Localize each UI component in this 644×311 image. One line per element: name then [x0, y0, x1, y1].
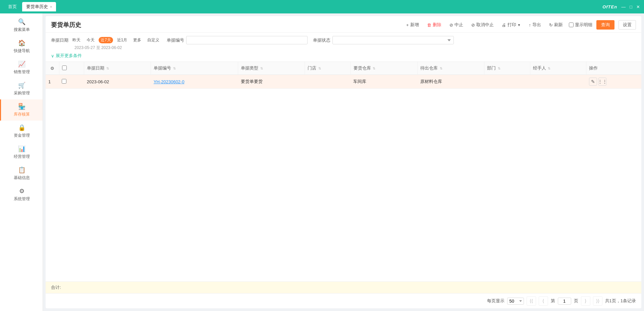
- date-range-display: 2023-05-27 至 2023-06-02: [74, 45, 636, 51]
- th-doc-type: 单据类型 ⇅: [238, 62, 305, 75]
- date-filter: 单据日期 昨天 今天 近7天 近1月 更多 自定义: [51, 37, 161, 43]
- query-label: 查询: [601, 22, 610, 28]
- sidebar-item-search-menu[interactable]: 🔍 搜索菜单: [0, 15, 43, 36]
- th-handler: 经手人 ⇅: [530, 62, 586, 75]
- first-page-btn[interactable]: ⟨⟨: [527, 296, 536, 306]
- td-doc-type: 要货单要货: [238, 75, 305, 89]
- sidebar: 🔍 搜索菜单 🏠 快捷导航 📈 销售管理 🛒 采购管理 🏪 库存核算 🔒 资金管…: [0, 13, 43, 311]
- sidebar-item-label: 系统管理: [14, 196, 30, 202]
- td-doc-date: 2023-06-02: [84, 75, 151, 89]
- docno-filter: 单据编号: [167, 36, 308, 44]
- docno-label: 单据编号: [167, 37, 184, 43]
- th-pending-warehouse: 待出仓库 ⇅: [418, 62, 484, 75]
- date-btn-1month[interactable]: 近1月: [115, 37, 129, 43]
- sales-icon: 📈: [18, 60, 25, 68]
- sidebar-item-label: 销售管理: [14, 69, 30, 75]
- stop-label: 中止: [454, 22, 463, 28]
- page-title: 要货单历史: [51, 21, 404, 29]
- date-btn-more[interactable]: 更多: [131, 37, 143, 43]
- sidebar-item-quick-nav[interactable]: 🏠 快捷导航: [0, 36, 43, 57]
- query-button[interactable]: 查询: [596, 20, 614, 30]
- table-footer: 合计:: [46, 281, 641, 293]
- doc-no-link[interactable]: YH-20230602-0: [154, 79, 184, 84]
- sidebar-item-sys-mgmt[interactable]: ⚙ 系统管理: [0, 184, 43, 205]
- delete-label: 删除: [433, 22, 441, 28]
- window-controls: OfTEn — □ ✕: [602, 4, 640, 9]
- expand-more-button[interactable]: ∨ 展开更多条件: [51, 53, 636, 59]
- refresh-button[interactable]: ↻ 刷新: [547, 20, 565, 29]
- maximize-btn[interactable]: □: [630, 4, 632, 9]
- sidebar-item-inventory[interactable]: 🏪 库存核算: [0, 99, 43, 121]
- td-store: [305, 75, 351, 89]
- sort-doc-date-icon[interactable]: ⇅: [106, 66, 109, 70]
- toolbar: + 新增 🗑 删除 ⊘ 中止 ⊘ 取消中止: [404, 20, 636, 30]
- tab-requisition-history[interactable]: 要货单历史 ×: [22, 2, 56, 11]
- stop-button[interactable]: ⊘ 中止: [447, 20, 465, 29]
- action-more-btn[interactable]: ⋮⋮: [598, 78, 606, 86]
- ops-icon: 📊: [18, 145, 25, 152]
- th-department: 部门 ⇅: [484, 62, 530, 75]
- td-doc-no: YH-20230602-0: [151, 75, 238, 89]
- sidebar-item-label: 快捷导航: [14, 48, 30, 54]
- td-handler: [530, 75, 586, 89]
- export-label: 导出: [532, 22, 541, 28]
- table-wrap: ⚙ 单据日期 ⇅ 单据编号 ⇅: [46, 62, 641, 281]
- per-page-select[interactable]: 10 20 50 100: [507, 298, 524, 305]
- show-detail-checkbox[interactable]: [569, 23, 574, 27]
- new-label: 新增: [410, 22, 419, 28]
- close-btn[interactable]: ✕: [636, 4, 640, 9]
- main-content: 要货单历史 + 新增 🗑 删除 ⊘ 中止 ⊘: [43, 13, 644, 311]
- status-filter: 单据状态: [313, 36, 454, 44]
- cancel-stop-label: 取消中止: [476, 22, 494, 28]
- td-department: [484, 75, 530, 89]
- sidebar-item-ops-mgmt[interactable]: 📊 经营管理: [0, 142, 43, 163]
- last-page-btn[interactable]: ⟩⟩: [593, 296, 602, 306]
- date-btn-yesterday[interactable]: 昨天: [70, 37, 83, 43]
- sidebar-item-label: 基础信息: [14, 175, 30, 181]
- status-select[interactable]: [332, 36, 454, 44]
- export-button[interactable]: ↑ 导出: [527, 20, 543, 29]
- prev-page-btn[interactable]: ⟨: [539, 296, 548, 306]
- cancel-stop-button[interactable]: ⊘ 取消中止: [469, 20, 496, 29]
- new-button[interactable]: + 新增: [404, 20, 421, 29]
- print-button[interactable]: 🖨 打印 ▼: [500, 20, 523, 29]
- sidebar-item-purchase-mgmt[interactable]: 🛒 采购管理: [0, 78, 43, 99]
- th-settings[interactable]: ⚙: [46, 62, 59, 75]
- print-icon: 🖨: [502, 23, 506, 28]
- settings-label: 设置: [623, 22, 632, 28]
- delete-button[interactable]: 🗑 删除: [425, 20, 443, 29]
- settings-button[interactable]: 设置: [619, 20, 636, 30]
- sort-req-warehouse-icon[interactable]: ⇅: [373, 66, 375, 70]
- sort-handler-icon[interactable]: ⇅: [548, 66, 550, 70]
- sidebar-item-sales-mgmt[interactable]: 📈 销售管理: [0, 57, 43, 78]
- sort-doc-no-icon[interactable]: ⇅: [173, 66, 176, 70]
- date-btn-7days[interactable]: 近7天: [99, 37, 113, 43]
- page-label-end: 页: [574, 298, 578, 304]
- filter-row-1: 单据日期 昨天 今天 近7天 近1月 更多 自定义 单据编号: [51, 36, 636, 44]
- sidebar-item-base-info[interactable]: 📋 基础信息: [0, 163, 43, 184]
- brand-label: OfTEn: [602, 4, 617, 9]
- sort-department-icon[interactable]: ⇅: [498, 66, 500, 70]
- tab-home[interactable]: 首页: [4, 2, 21, 11]
- tab-close-icon[interactable]: ×: [50, 5, 52, 9]
- minimize-btn[interactable]: —: [621, 4, 626, 9]
- sort-pending-warehouse-icon[interactable]: ⇅: [440, 66, 442, 70]
- sort-doc-type-icon[interactable]: ⇅: [260, 66, 263, 70]
- select-all-checkbox[interactable]: [62, 65, 67, 70]
- date-shortcuts: 昨天 今天 近7天 近1月 更多 自定义: [70, 37, 161, 43]
- current-page-input[interactable]: [558, 298, 571, 305]
- row-checkbox[interactable]: [62, 79, 66, 84]
- sidebar-item-finance-mgmt[interactable]: 🔒 资金管理: [0, 121, 43, 142]
- show-detail-checkbox-label[interactable]: 显示明细: [569, 22, 592, 28]
- table-header-row: ⚙ 单据日期 ⇅ 单据编号 ⇅: [46, 62, 641, 75]
- sort-store-icon[interactable]: ⇅: [318, 66, 321, 70]
- base-info-icon: 📋: [18, 166, 25, 174]
- action-edit-btn[interactable]: ✎: [589, 78, 597, 86]
- per-page-label: 每页显示: [487, 298, 504, 304]
- date-btn-today[interactable]: 今天: [85, 37, 97, 43]
- next-page-btn[interactable]: ⟩: [581, 296, 590, 306]
- date-btn-custom[interactable]: 自定义: [145, 37, 161, 43]
- docno-input[interactable]: [186, 36, 308, 44]
- sidebar-item-label: 搜索菜单: [14, 27, 30, 33]
- td-index: 1: [46, 75, 59, 89]
